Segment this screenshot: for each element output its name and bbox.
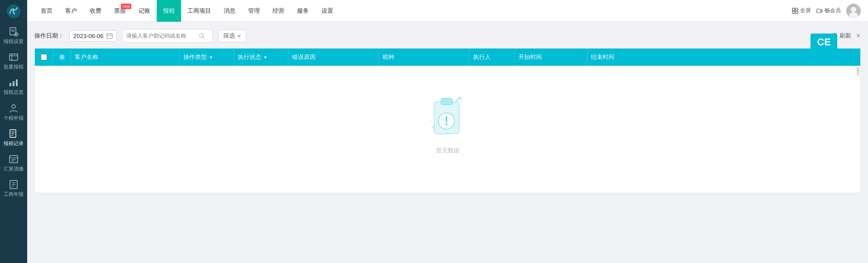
sidebar-item-label: 汇算清缴 — [4, 166, 24, 172]
topnav-right: 全屏 畅会员 — [792, 4, 861, 18]
sidebar-item-baoshuishezhi[interactable]: 报税设置 — [0, 23, 27, 48]
page-content: 操作日期： 2023-06-06 — [27, 22, 868, 263]
sidebar-item-label: 工商年报 — [4, 191, 24, 197]
sidebar-item-label: 报税记录 — [4, 141, 24, 146]
svg-rect-18 — [10, 156, 18, 163]
sidebar-item-label: 个税申报 — [4, 115, 24, 121]
nav-item-gongshangxiangmu[interactable]: 工商项目 — [181, 0, 217, 22]
search-icon — [199, 33, 205, 39]
calendar-icon — [106, 33, 113, 39]
sidebar-item-huisuanqingsuan[interactable]: 汇算清缴 — [0, 150, 27, 175]
nav-item-baoshui[interactable]: 报税 — [157, 0, 181, 22]
nav-item-jingying[interactable]: 经营 — [266, 0, 291, 22]
filter-label: 筛选 — [223, 32, 235, 40]
nav-item-shouye[interactable]: 首页 — [34, 0, 59, 22]
th-checkbox[interactable] — [35, 49, 53, 66]
nav-item-guanli[interactable]: 管理 — [242, 0, 266, 22]
nav-item-shoufei[interactable]: 收费 — [83, 0, 108, 22]
sidebar-item-label: 报税设置 — [4, 39, 24, 44]
file-settings-icon — [8, 26, 19, 37]
fullscreen-icon — [792, 8, 798, 14]
settlement-icon — [8, 154, 19, 165]
svg-rect-29 — [796, 11, 798, 14]
sidebar-item-label: 报税总览 — [4, 89, 24, 95]
th-kehu: 客户名称 — [71, 49, 180, 66]
sidebar-item-label: 批量报税 — [4, 64, 24, 70]
th-kaishishijian: 开始时间 — [515, 49, 587, 66]
data-table: 客户名称 操作类型 ▼ 执行状态 ▼ 错误原因 税种 — [34, 48, 861, 193]
th-zhixingzhuangtai[interactable]: 执行状态 ▼ — [234, 49, 288, 66]
scrollbar[interactable] — [857, 67, 859, 76]
logo — [0, 0, 27, 23]
table-header: 客户名称 操作类型 ▼ 执行状态 ▼ 错误原因 税种 — [35, 49, 860, 66]
svg-rect-7 — [10, 54, 18, 60]
svg-rect-26 — [792, 8, 795, 10]
chevron-down-icon — [237, 34, 241, 38]
content-area: 操作日期： 2023-06-06 — [27, 22, 868, 263]
annual-report-icon — [8, 179, 19, 190]
date-label: 操作日期： — [34, 32, 64, 40]
sidebar-item-geshuishenbao[interactable]: 个税申报 — [0, 99, 27, 125]
nav-item-fuwu[interactable]: 服务 — [291, 0, 315, 22]
nav-item-piaoju[interactable]: 票据 new — [108, 0, 132, 22]
sidebar-item-gongshangnianbaio[interactable]: 工商年报 — [0, 175, 27, 201]
svg-point-48 — [432, 126, 435, 128]
avatar[interactable] — [846, 4, 861, 18]
date-picker[interactable]: 2023-06-06 — [69, 30, 117, 42]
top-navigation: 首页 客户 收费 票据 new 记账 报税 工商项目 消息 — [27, 0, 868, 22]
nav-item-shezhi[interactable]: 设置 — [315, 0, 340, 22]
sidebar-item-baoshuizonglan[interactable]: 报税总览 — [0, 73, 27, 99]
svg-rect-27 — [796, 8, 798, 10]
sort-icon: ▼ — [209, 55, 213, 60]
record-tax-icon — [8, 128, 19, 139]
ce-badge: CE — [810, 34, 837, 51]
th-setting[interactable] — [53, 49, 71, 66]
sidebar: 报税设置 批量报税 报税总览 个税申报 — [0, 0, 27, 263]
svg-rect-30 — [817, 9, 821, 13]
nav-item-kehu[interactable]: 客户 — [59, 0, 83, 22]
main-area: 首页 客户 收费 票据 new 记账 报税 工商项目 消息 — [27, 0, 868, 263]
svg-rect-10 — [10, 83, 11, 86]
refresh-label: 刷新 — [839, 32, 851, 40]
fullscreen-button[interactable]: 全屏 — [792, 7, 811, 15]
svg-point-32 — [851, 7, 856, 12]
svg-rect-42 — [441, 98, 452, 105]
svg-point-40 — [61, 56, 63, 58]
toolbar: 操作日期： 2023-06-06 — [34, 29, 861, 43]
svg-rect-12 — [16, 79, 18, 86]
svg-rect-28 — [792, 11, 795, 14]
select-all-checkbox[interactable] — [41, 54, 47, 60]
video-icon — [816, 8, 823, 14]
th-zhixingren: 执行人 — [470, 49, 515, 66]
th-caozuoleixing[interactable]: 操作类型 ▼ — [180, 49, 234, 66]
empty-illustration — [425, 93, 470, 143]
close-button[interactable]: × — [856, 31, 861, 41]
svg-point-49 — [430, 119, 432, 121]
th-shuizhong: 税种 — [379, 49, 470, 66]
svg-line-39 — [203, 37, 205, 39]
svg-point-13 — [12, 105, 15, 108]
search-wrap — [122, 29, 213, 43]
svg-point-38 — [200, 34, 203, 37]
search-input[interactable] — [126, 29, 199, 42]
sidebar-item-baoshuijilu[interactable]: 报税记录 — [0, 125, 27, 150]
empty-state: 暂无数据 — [35, 66, 860, 191]
th-jieshushijian: 结束时间 — [587, 49, 660, 66]
personal-tax-icon — [8, 103, 19, 114]
overview-tax-icon — [8, 77, 19, 88]
new-badge: new — [121, 4, 131, 10]
nav-items: 首页 客户 收费 票据 new 记账 报税 工商项目 消息 — [34, 0, 792, 22]
member-button[interactable]: 畅会员 — [816, 7, 841, 15]
settings-icon — [58, 54, 66, 61]
svg-point-45 — [446, 123, 447, 125]
th-cuowuyuanyin: 错误原因 — [288, 49, 379, 66]
filter-button[interactable]: 筛选 — [218, 29, 246, 42]
svg-rect-34 — [107, 34, 112, 39]
table-body: 暂无数据 — [35, 66, 860, 193]
nav-item-jizhang[interactable]: 记账 — [132, 0, 157, 22]
date-value: 2023-06-06 — [73, 33, 104, 39]
sidebar-item-piliangbaoshui[interactable]: 批量报税 — [0, 48, 27, 73]
svg-rect-11 — [13, 81, 14, 86]
sort-icon: ▼ — [263, 55, 268, 60]
nav-item-xiaoxi[interactable]: 消息 — [217, 0, 242, 22]
